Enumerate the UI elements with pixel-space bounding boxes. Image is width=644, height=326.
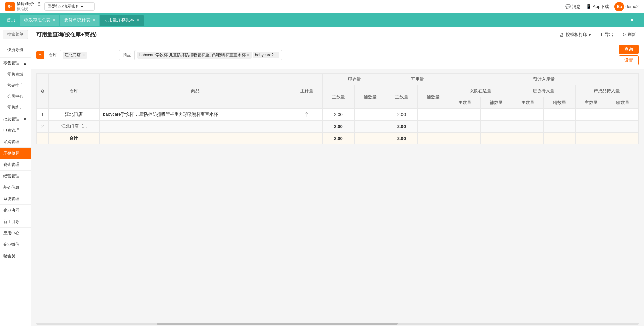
cell-unit-1: 个 <box>291 109 323 121</box>
sidebar-retail-header[interactable]: 零售管理 ▲ <box>0 58 31 69</box>
goods-tag1: babycare学饮杯 儿童防摔防撞吸管杯重力球吸嘴杯宝宝水杯 ✕ <box>137 52 252 59</box>
print-template-btn[interactable]: 🖨 按模板打印 ▾ <box>557 30 594 39</box>
horizontal-scrollbar[interactable] <box>31 321 644 326</box>
sidebar-basic-info-header[interactable]: 基础信息 <box>0 182 31 193</box>
top-bar-right: 💬 消息 📱 App下载 Ea demo2 <box>565 2 639 11</box>
sidebar-section-wechat: 企业微信 <box>0 239 31 250</box>
sidebar-wechat-header[interactable]: 企业微信 <box>0 239 31 250</box>
cell-prod-aux-1 <box>607 109 638 121</box>
fullscreen-icon[interactable]: ⛶ <box>637 17 641 23</box>
nav-tabs: 首页 收发存汇总表 ✕ 要货单统计表 ✕ 可用量库存账本 ✕ ✕ ⛶ <box>0 13 644 27</box>
th-purchase-transit: 采购在途量 <box>449 85 512 97</box>
th-available-main: 主数量 <box>386 85 417 109</box>
industry-selector[interactable]: 母婴行业演示账套 ▾ <box>44 2 95 11</box>
footer-empty-2 <box>99 132 291 144</box>
sidebar-item-marketing[interactable]: 营销推广 <box>0 80 31 91</box>
app-download-label: App下载 <box>593 4 609 10</box>
sidebar-finance-header[interactable]: 资金管理 <box>0 159 31 170</box>
scrollbar-thumb[interactable] <box>157 323 397 325</box>
goods-tag2: babycare?... <box>253 52 279 58</box>
sidebar-section-ecommerce: 电商管理 <box>0 125 31 136</box>
sidebar-item-retail-stats[interactable]: 零售统计 <box>0 102 31 113</box>
tab-available-stock-close[interactable]: ✕ <box>137 18 140 22</box>
goods-tag1-close[interactable]: ✕ <box>247 53 250 57</box>
sidebar-wechat-label: 企业微信 <box>3 242 19 247</box>
sidebar-retail-label: 零售管理 <box>3 60 19 66</box>
footer-empty-1 <box>37 132 49 144</box>
cell-in-main-1 <box>512 109 544 121</box>
th-purchase-transit-aux: 辅数量 <box>481 97 512 109</box>
content-area: 可用量查询(按仓库+商品) 🖨 按模板打印 ▾ ⬆ 导出 ↻ 刷新 <box>31 27 644 326</box>
warehouse-tag-close[interactable]: ✕ <box>82 53 85 57</box>
sidebar-ecommerce-header[interactable]: 电商管理 <box>0 125 31 136</box>
footer-label: 合计 <box>49 132 100 144</box>
sidebar-enterprise-label: 企业协同 <box>3 207 19 213</box>
export-btn[interactable]: ⬆ 导出 <box>597 30 616 39</box>
message-label: 消息 <box>572 4 581 10</box>
query-button[interactable]: 查询 <box>619 45 639 54</box>
page-title: 可用量查询(按仓库+商品) <box>36 31 97 38</box>
goods-filter-input[interactable]: babycare学饮杯 儿童防摔防撞吸管杯重力球吸嘴杯宝宝水杯 ✕ babyca… <box>134 50 282 60</box>
sidebar-newbie-header[interactable]: 新手引导 <box>0 216 31 227</box>
cell-prod-main-2 <box>575 121 607 133</box>
tab-order-stats-close[interactable]: ✕ <box>92 18 95 22</box>
main-layout: 搜索菜单 快捷导航 零售管理 ▲ 零售商城 营销推广 会员中心 零售统计 批发管… <box>0 27 644 326</box>
cell-warehouse-2: 江北门店【... <box>49 121 100 133</box>
sidebar-item-retail-mall[interactable]: 零售商城 <box>0 69 31 80</box>
sidebar-app-center-header[interactable]: 应用中心 <box>0 228 31 239</box>
sidebar-item-member[interactable]: 会员中心 <box>0 91 31 102</box>
sidebar-search-area: 搜索菜单 <box>0 27 31 42</box>
refresh-label: 刷新 <box>627 32 636 38</box>
tab-order-stats-label: 要货单统计表 <box>64 17 90 23</box>
nav-tabs-left: 首页 收发存汇总表 ✕ 要货单统计表 ✕ 可用量库存账本 ✕ <box>3 15 144 26</box>
sidebar-operations-header[interactable]: 经营管理 <box>0 171 31 182</box>
sidebar-quick-nav: 快捷导航 <box>0 42 31 58</box>
sidebar-inventory-header[interactable]: 库存核算 <box>0 148 31 159</box>
logo-sub: 标准版 <box>17 7 41 12</box>
tab-order-stats[interactable]: 要货单统计表 ✕ <box>60 15 99 26</box>
app-download-btn[interactable]: 📱 App下载 <box>586 4 609 10</box>
sidebar-enterprise-header[interactable]: 企业协同 <box>0 205 31 216</box>
close-window-icon[interactable]: ✕ <box>630 17 634 23</box>
export-icon: ⬆ <box>600 32 603 37</box>
user-name: demo2 <box>625 4 639 9</box>
th-production-aux: 辅数量 <box>607 97 638 109</box>
chevron-down-icon2: ▼ <box>23 117 27 122</box>
settings-button[interactable]: 设置 <box>619 55 639 65</box>
cell-pt-main-2 <box>449 121 481 133</box>
cell-pt-main-1 <box>449 109 481 121</box>
cell-available-main-1: 2.00 <box>386 109 417 121</box>
sidebar-section-retail: 零售管理 ▲ 零售商城 营销推广 会员中心 零售统计 <box>0 58 31 113</box>
table-footer-row: 合计 2.00 2.00 <box>37 132 639 144</box>
tab-summary[interactable]: 收发存汇总表 ✕ <box>20 15 59 26</box>
th-goods: 商品 <box>99 74 291 109</box>
footer-empty-3 <box>291 132 323 144</box>
sidebar-purchase-header[interactable]: 采购管理 <box>0 136 31 147</box>
sidebar-wholesale-label: 批发管理 <box>3 116 19 122</box>
tab-summary-close[interactable]: ✕ <box>52 18 55 22</box>
sidebar-member-vip-header[interactable]: 畅会员 <box>0 250 31 262</box>
sidebar-system-label: 系统管理 <box>3 196 19 202</box>
cell-prod-aux-2 <box>607 121 638 133</box>
scrollbar-track[interactable] <box>36 323 639 325</box>
logo-text: 畅捷通好生意 <box>17 1 41 7</box>
table-container: ⚙ 仓库 商品 主计量 现存量 可用量 预计入库量 主数量 辅数量 主数量 辅数… <box>31 69 644 321</box>
tab-home[interactable]: 首页 <box>3 15 19 26</box>
tab-available-stock[interactable]: 可用量库存账本 ✕ <box>100 15 144 26</box>
cell-current-aux-1 <box>354 109 386 121</box>
warehouse-more-icon: ··· <box>88 52 93 58</box>
sidebar-section-member-vip: 畅会员 <box>0 250 31 262</box>
message-btn[interactable]: 💬 消息 <box>565 4 581 10</box>
filter-area: » 仓库 江北门店 ✕ ··· 商品 babycare学饮杯 儿童防摔防撞吸管杯… <box>31 41 644 69</box>
user-area[interactable]: Ea demo2 <box>614 2 639 11</box>
filter-toggle-btn[interactable]: » <box>36 51 44 59</box>
sidebar-item-quick-nav[interactable]: 快捷导航 <box>0 44 31 55</box>
search-menu-btn[interactable]: 搜索菜单 <box>3 30 28 39</box>
refresh-btn[interactable]: ↻ 刷新 <box>620 30 639 39</box>
sidebar-member-vip-label: 畅会员 <box>3 253 15 259</box>
th-settings[interactable]: ⚙ <box>37 74 49 109</box>
sidebar-wholesale-header[interactable]: 批发管理 ▼ <box>0 113 31 125</box>
warehouse-filter-input[interactable]: 江北门店 ✕ ··· <box>60 50 120 60</box>
footer-current-main: 2.00 <box>323 132 354 144</box>
sidebar-system-header[interactable]: 系统管理 <box>0 193 31 204</box>
